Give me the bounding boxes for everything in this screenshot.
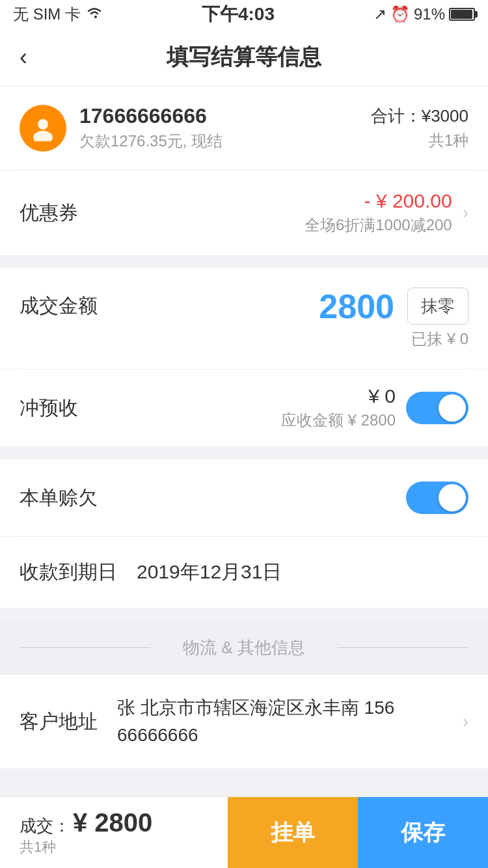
separator-line-left bbox=[20, 647, 150, 648]
chong-yushou-right: ¥ 0 应收金额 ¥ 2800 bbox=[281, 385, 468, 431]
bottom-deal-line: 成交： ¥ 2800 bbox=[20, 808, 208, 837]
address-chevron-icon: › bbox=[463, 711, 468, 732]
due-date-label: 收款到期日 bbox=[20, 559, 117, 586]
bottom-deal-label: 成交： bbox=[20, 815, 70, 837]
chong-amounts: ¥ 0 应收金额 ¥ 2800 bbox=[281, 385, 396, 431]
section-divider-3 bbox=[0, 608, 488, 621]
coupon-right: - ¥ 200.00 全场6折满1000减200 › bbox=[305, 190, 468, 236]
due-date-section: 收款到期日 2019年12月31日 bbox=[0, 537, 488, 608]
location-icon: ↗ bbox=[373, 5, 386, 23]
section-divider-2 bbox=[0, 446, 488, 459]
due-date-value: 2019年12月31日 bbox=[137, 559, 282, 586]
page-title: 填写结算等信息 bbox=[167, 42, 321, 72]
chong-amount-sub: 应收金额 ¥ 2800 bbox=[281, 410, 396, 431]
battery-icon bbox=[449, 8, 475, 21]
wifi-icon bbox=[86, 5, 103, 23]
deal-amount-group: 2800 抹零 bbox=[319, 288, 468, 325]
deal-amount-row: 成交金额 2800 抹零 bbox=[20, 288, 468, 325]
status-bar: 无 SIM 卡 下午4:03 ↗ ⏰ 91% bbox=[0, 0, 488, 29]
ben-dan-label: 本单赊欠 bbox=[20, 485, 98, 511]
separator-line-right bbox=[338, 647, 468, 648]
coupon-values: - ¥ 200.00 全场6折满1000减200 bbox=[305, 190, 452, 236]
customer-total: 合计：¥3000 共1种 bbox=[371, 105, 468, 151]
total-count: 共1种 bbox=[371, 130, 468, 151]
chong-yushou-label: 冲预收 bbox=[20, 395, 78, 422]
ben-dan-section: 本单赊欠 bbox=[0, 459, 488, 536]
logistics-separator: 物流 & 其他信息 bbox=[0, 621, 488, 675]
chong-toggle[interactable] bbox=[406, 392, 468, 424]
address-row: 客户地址 张 北京市市辖区海淀区永丰南 156 66666666 › bbox=[20, 694, 468, 749]
chevron-right-icon: › bbox=[463, 202, 468, 223]
ben-dan-row: 本单赊欠 bbox=[20, 481, 468, 514]
customer-info: 17666666666 欠款1276.35元, 现结 bbox=[79, 104, 223, 152]
svg-point-0 bbox=[38, 119, 48, 129]
main-content: 17666666666 欠款1276.35元, 现结 合计：¥3000 共1种 … bbox=[0, 86, 488, 860]
total-amount: 合计：¥3000 bbox=[371, 105, 468, 128]
deal-amount-sub: 已抹 ¥ 0 bbox=[20, 329, 468, 349]
deal-amount-label: 成交金额 bbox=[20, 293, 98, 319]
section-divider-1 bbox=[0, 255, 488, 268]
coupon-description: 全场6折满1000减200 bbox=[305, 215, 452, 236]
deal-amount-section: 成交金额 2800 抹零 已抹 ¥ 0 bbox=[0, 268, 488, 369]
save-button[interactable]: 保存 bbox=[358, 797, 488, 869]
address-value: 张 北京市市辖区海淀区永丰南 156 66666666 bbox=[117, 694, 463, 749]
avatar bbox=[20, 105, 66, 152]
bottom-summary: 成交： ¥ 2800 共1种 bbox=[0, 808, 228, 857]
logistics-label: 物流 & 其他信息 bbox=[183, 636, 305, 659]
due-date-row: 收款到期日 2019年12月31日 bbox=[20, 559, 468, 586]
ben-dan-toggle[interactable] bbox=[406, 481, 468, 514]
nav-bar: ‹ 填写结算等信息 bbox=[0, 29, 488, 86]
bottom-deal-count: 共1种 bbox=[20, 837, 208, 857]
back-button[interactable]: ‹ bbox=[20, 44, 59, 71]
bottom-bar: 成交： ¥ 2800 共1种 挂单 保存 bbox=[0, 796, 488, 868]
coupon-label: 优惠券 bbox=[20, 200, 78, 226]
customer-debt: 欠款1276.35元, 现结 bbox=[79, 131, 223, 152]
ben-dan-toggle-knob bbox=[439, 484, 466, 511]
address-section[interactable]: 客户地址 张 北京市市辖区海淀区永丰南 156 66666666 › bbox=[0, 675, 488, 768]
hang-order-button[interactable]: 挂单 bbox=[228, 797, 358, 869]
toggle-knob bbox=[439, 394, 466, 422]
deal-amount-number: 2800 bbox=[319, 290, 394, 323]
status-right: ↗ ⏰ 91% bbox=[373, 5, 475, 23]
status-time: 下午4:03 bbox=[202, 2, 275, 27]
round-zero-button[interactable]: 抹零 bbox=[407, 288, 468, 325]
battery-percent: 91% bbox=[414, 5, 445, 23]
bottom-deal-amount: ¥ 2800 bbox=[73, 808, 152, 837]
chong-yushou-section: 冲预收 ¥ 0 应收金额 ¥ 2800 bbox=[0, 370, 488, 446]
coupon-discount: - ¥ 200.00 bbox=[305, 190, 452, 212]
chong-amount-main: ¥ 0 bbox=[281, 385, 396, 407]
customer-phone: 17666666666 bbox=[79, 104, 223, 128]
address-label: 客户地址 bbox=[20, 709, 98, 735]
customer-card: 17666666666 欠款1276.35元, 现结 合计：¥3000 共1种 bbox=[0, 86, 488, 170]
coupon-row[interactable]: 优惠券 - ¥ 200.00 全场6折满1000减200 › bbox=[0, 170, 488, 255]
customer-info-left: 17666666666 欠款1276.35元, 现结 bbox=[20, 104, 223, 152]
status-left: 无 SIM 卡 bbox=[13, 4, 103, 25]
alarm-icon: ⏰ bbox=[390, 5, 410, 23]
chong-yushou-row: 冲预收 ¥ 0 应收金额 ¥ 2800 bbox=[20, 385, 468, 431]
section-divider-4 bbox=[0, 768, 488, 781]
sim-text: 无 SIM 卡 bbox=[13, 4, 81, 25]
svg-point-1 bbox=[33, 131, 53, 141]
